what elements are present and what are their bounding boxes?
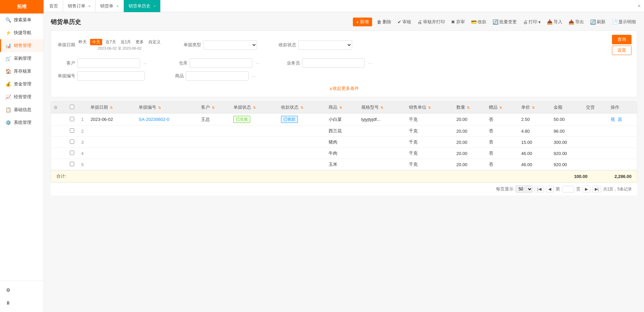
date-tab-today[interactable]: 今天 <box>90 39 102 45</box>
cell-doc-status-1 <box>231 126 278 137</box>
filter-warehouse-ellipsis[interactable]: ··· <box>254 61 261 66</box>
per-page-select[interactable]: 50 100 <box>515 185 533 193</box>
th-pay-status[interactable]: 收款状态 ⇅ <box>278 102 326 113</box>
batch-change-button[interactable]: 🔄 批量变更 <box>491 18 518 26</box>
row-checkbox-4[interactable] <box>70 162 74 166</box>
cell-checkbox-3[interactable] <box>67 148 77 159</box>
tab-sales-delivery-close[interactable]: × <box>116 4 118 8</box>
batch-change-label: 批量变更 <box>499 19 517 25</box>
filter-warehouse-input[interactable] <box>190 58 252 68</box>
delete-button[interactable]: 🗑 删除 <box>375 18 393 26</box>
show-detail-button[interactable]: 📄 显示明细 <box>610 18 637 26</box>
filter-salesman-input[interactable] <box>302 58 365 68</box>
filter-type-select[interactable] <box>203 40 257 50</box>
refresh-button[interactable]: 🔄 刷新 <box>589 18 607 26</box>
sidebar-item-inventory[interactable]: 🏠 库存核算 <box>0 65 44 78</box>
sidebar-collapse-btn[interactable]: ⏸ <box>0 296 44 309</box>
date-tab-1month[interactable]: 近1月 <box>119 39 133 45</box>
set-button[interactable]: 设置 <box>612 46 632 55</box>
last-page-btn[interactable]: ▶| <box>592 186 601 192</box>
sidebar-item-sys-mgmt[interactable]: ⚙️ 系统管理 <box>0 116 44 129</box>
tab-sales-order[interactable]: 销售订单 × <box>63 0 95 12</box>
cell-checkbox-0[interactable] <box>67 113 77 126</box>
cell-checkbox-4[interactable] <box>67 159 77 170</box>
collect-button[interactable]: 💳 收款 <box>470 18 488 26</box>
th-unit[interactable]: 销售单位 ⇅ <box>406 102 454 113</box>
next-page-btn[interactable]: ▶ <box>583 186 590 192</box>
filter-goods-ellipsis[interactable]: ··· <box>251 74 257 79</box>
row-checkbox-0[interactable] <box>70 117 74 121</box>
filter-pay-status-select[interactable] <box>298 40 352 50</box>
th-goods[interactable]: 商品 ⇅ <box>326 102 358 113</box>
query-button[interactable]: 查询 <box>612 35 632 44</box>
filter-customer-ellipsis[interactable]: ··· <box>142 61 148 66</box>
cell-doc-no-1[interactable] <box>136 126 198 137</box>
ops-view-0[interactable]: 视 <box>611 117 615 122</box>
ops-more-0[interactable]: 器 <box>618 117 622 122</box>
tab-sales-delivery[interactable]: 销货单 × <box>95 0 123 12</box>
sidebar-settings-btn[interactable]: ⚙ <box>0 284 44 296</box>
filter-doc-no-input[interactable] <box>77 71 145 81</box>
tab-sales-history-close[interactable]: × <box>153 4 156 8</box>
print-button[interactable]: 🖨 打印 ▾ <box>522 18 542 26</box>
cell-unit-2: 千克 <box>406 137 454 148</box>
th-doc-status[interactable]: 单据状态 ⇅ <box>231 102 278 113</box>
th-gift[interactable]: 赠品 ⇅ <box>486 102 519 113</box>
table-settings-icon[interactable]: ⚙ <box>54 105 58 110</box>
tab-home[interactable]: 首页 <box>44 0 63 12</box>
date-tab-7days[interactable]: 近7天 <box>104 39 117 45</box>
cell-amount-1: 96.00 <box>551 126 583 137</box>
delete-icon: 🗑 <box>377 19 382 25</box>
doc-no-sort-icon: ⇅ <box>158 106 161 109</box>
tab-sales-history[interactable]: 销货单历史 × <box>124 0 161 12</box>
th-date[interactable]: 单据日期 ⇅ <box>88 102 136 113</box>
sidebar-item-search-menu[interactable]: 🔍 搜索菜单 <box>0 14 44 26</box>
th-doc-no[interactable]: 单据编号 ⇅ <box>136 102 198 113</box>
sidebar-item-sales-mgmt[interactable]: 📊 销售管理 <box>0 39 44 52</box>
date-tab-more[interactable]: 更多 <box>134 39 145 45</box>
audit-button[interactable]: ✔ 审核 <box>396 18 413 26</box>
import-button[interactable]: 📥 导入 <box>545 18 564 26</box>
page-number-input[interactable]: 1 <box>562 186 574 192</box>
filter-goods-input[interactable] <box>186 71 249 81</box>
collapse-icon: ⏸ <box>5 300 11 306</box>
tab-sales-order-close[interactable]: × <box>88 4 90 8</box>
row-checkbox-3[interactable] <box>70 151 74 155</box>
doc-no-link-0[interactable]: SA-20230602-0 <box>139 117 169 122</box>
add-button[interactable]: + 新增 <box>353 18 372 26</box>
export-button[interactable]: 📤 导出 <box>567 18 585 26</box>
cell-checkbox-1[interactable] <box>67 126 77 137</box>
sidebar-item-finance-mgmt[interactable]: 💰 资金管理 <box>0 78 44 90</box>
row-checkbox-1[interactable] <box>70 128 74 133</box>
window-close-btn[interactable]: × <box>634 3 644 9</box>
filter-salesman-ellipsis[interactable]: ··· <box>367 61 373 66</box>
sidebar-item-quick-nav[interactable]: ⚡ 快捷导航 <box>0 26 44 39</box>
date-tab-yesterday[interactable]: 昨天 <box>77 39 88 45</box>
th-customer[interactable]: 客户 ⇅ <box>198 102 231 113</box>
date-tab-custom[interactable]: 自定义 <box>147 39 162 45</box>
first-page-btn[interactable]: |◀ <box>535 186 543 192</box>
export-label: 导出 <box>575 19 584 25</box>
cell-amount-2: 300.00 <box>551 137 583 148</box>
cell-doc-no-2[interactable] <box>136 137 198 148</box>
cell-doc-no-4[interactable] <box>136 159 198 170</box>
cell-doc-no-3[interactable] <box>136 148 198 159</box>
cell-checkbox-2[interactable] <box>67 137 77 148</box>
cell-doc-no-0[interactable]: SA-20230602-0 <box>136 113 198 126</box>
row-checkbox-2[interactable] <box>70 139 74 144</box>
sidebar-item-ops-mgmt[interactable]: 📈 经营管理 <box>0 90 44 103</box>
th-settings[interactable]: ⚙ <box>51 102 67 113</box>
cell-ops-2 <box>608 137 637 148</box>
audit-print-button[interactable]: 🖨 审核并打印 <box>416 18 446 26</box>
sidebar-item-purchase-mgmt[interactable]: 🛒 采购管理 <box>0 52 44 65</box>
th-price[interactable]: 单价 ⇅ <box>519 102 551 113</box>
th-qty[interactable]: 数量 ⇅ <box>454 102 486 113</box>
price-sort-icon: ⇅ <box>532 106 535 109</box>
sidebar-item-basic-info[interactable]: 📋 基础信息 <box>0 103 44 116</box>
abandon-button[interactable]: ✖ 弃审 <box>450 18 466 26</box>
th-spec[interactable]: 规格型号 ⇅ <box>359 102 406 113</box>
select-all-checkbox[interactable] <box>70 105 74 109</box>
filter-customer-input[interactable] <box>77 58 140 68</box>
prev-page-btn[interactable]: ◀ <box>546 186 554 192</box>
collapse-filter-btn[interactable]: ∧ 收起更多条件 <box>56 84 632 93</box>
